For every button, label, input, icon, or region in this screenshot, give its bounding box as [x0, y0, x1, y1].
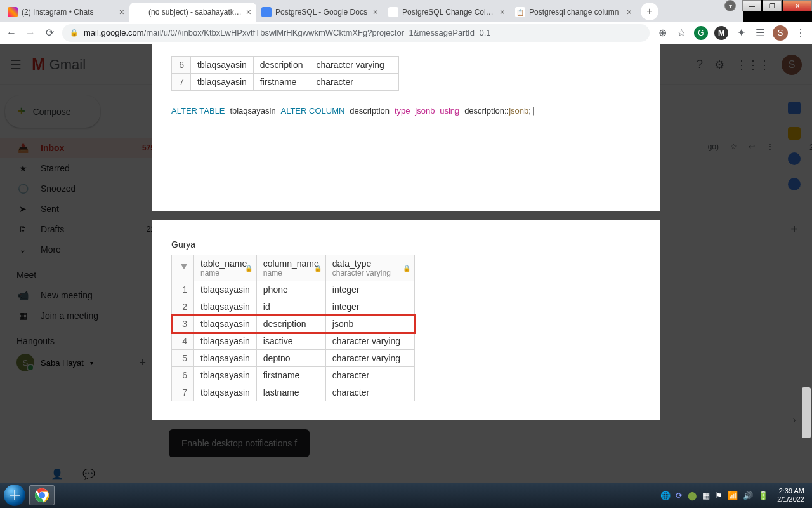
col-column-name[interactable]: column_namename🔒	[256, 255, 325, 281]
tab-close-icon[interactable]: ×	[119, 7, 124, 17]
image-panel-2: Gurya table_namename🔒 column_namename🔒 d…	[152, 220, 660, 420]
browser-tab[interactable]: 📋Postgresql change column×	[510, 3, 637, 22]
table-row: 1tblaqsayasinphoneinteger	[172, 281, 415, 298]
lock-icon: 🔒	[403, 265, 410, 272]
favicon	[8, 7, 18, 17]
profile-avatar[interactable]: S	[773, 25, 788, 41]
favicon: 📋	[515, 7, 525, 17]
table-row: 7tblaqsayasinfirstnamecharacter	[172, 74, 399, 91]
nav-back-icon[interactable]: ←	[5, 27, 18, 39]
col-table-name[interactable]: table_namename🔒	[194, 255, 257, 281]
bookmark-star-icon[interactable]: ☆	[675, 27, 688, 39]
tray-shield-icon[interactable]: ⬤	[688, 491, 697, 500]
table-row: 7tblaqsayasinlastnamecharacter	[172, 384, 415, 401]
tab-title: PostgreSQL - Google Docs	[275, 8, 369, 17]
start-button[interactable]	[4, 485, 25, 506]
tray-globe-icon[interactable]: 🌐	[660, 491, 671, 500]
window-maximize[interactable]: ❐	[763, 0, 782, 11]
tab-close-icon[interactable]: ×	[500, 7, 505, 17]
system-clock[interactable]: 2:39 AM2/1/2022	[777, 487, 804, 504]
browser-tab[interactable]: ◐PostgreSQL Change Colum×	[383, 3, 510, 22]
favicon: ◐	[388, 7, 398, 17]
reading-list-icon[interactable]: ☰	[754, 27, 766, 39]
table-row: 6tblaqsayasindescriptioncharacter varyin…	[172, 57, 399, 74]
favicon	[261, 7, 272, 17]
window-close[interactable]: ✕	[783, 0, 812, 11]
lock-icon: 🔒	[245, 265, 252, 272]
col-data-type[interactable]: data_typecharacter varying🔒	[325, 255, 414, 281]
tab-close-icon[interactable]: ×	[246, 7, 251, 17]
browser-tab[interactable]: PostgreSQL - Google Docs×	[256, 3, 383, 22]
tab-title: (2) Instagram • Chats	[22, 8, 115, 17]
sort-icon[interactable]	[181, 264, 187, 269]
tab-title: Postgresql change column	[529, 8, 623, 17]
tray-flag-icon[interactable]: ⚑	[715, 491, 723, 500]
attachment-lightbox: 6tblaqsayasindescriptioncharacter varyin…	[0, 44, 812, 483]
url-path: /mail/u/0/#inbox/KtbxLwHPxvtfTbswlMrHKgw…	[144, 28, 491, 37]
table-row: 2tblaqsayasinidinteger	[172, 298, 415, 316]
browser-tab-strip: (2) Instagram • Chats×M(no subject) - sa…	[0, 0, 743, 22]
windows-taskbar: 🌐 ⟳ ⬤ ▦ ⚑ 📶 🔊 🔋 2:39 AM2/1/2022	[0, 483, 812, 508]
window-minimize[interactable]: —	[742, 0, 761, 11]
install-app-icon[interactable]: ⊕	[656, 27, 669, 39]
image-panel-1: 6tblaqsayasindescriptioncharacter varyin…	[152, 44, 660, 211]
svg-point-1	[39, 492, 45, 498]
result-table: table_namename🔒 column_namename🔒 data_ty…	[171, 255, 415, 401]
table-row: 5tblaqsayasindeptnocharacter varying	[172, 350, 415, 367]
nav-reload-icon[interactable]: ⟳	[43, 27, 56, 39]
url-host: mail.google.com	[84, 28, 144, 37]
lock-icon: 🔒	[70, 29, 79, 37]
address-bar[interactable]: 🔒 mail.google.com/mail/u/0/#inbox/KtbxLw…	[62, 24, 650, 42]
tab-close-icon[interactable]: ×	[373, 7, 378, 17]
lightbox-scrollbar[interactable]	[802, 387, 811, 438]
table-row: 6tblaqsayasinfirstnamecharacter	[172, 367, 415, 384]
tray-network-icon[interactable]: 📶	[728, 491, 738, 500]
section-label: Gurya	[171, 239, 641, 250]
tab-close-icon[interactable]: ×	[627, 7, 632, 17]
favicon: M	[134, 7, 145, 17]
browser-toolbar: ← → ⟳ 🔒 mail.google.com/mail/u/0/#inbox/…	[0, 22, 812, 44]
new-tab-button[interactable]: +	[641, 3, 658, 20]
tray-battery-icon[interactable]: 🔋	[758, 491, 768, 500]
chrome-user-icon[interactable]: ▾	[724, 0, 736, 11]
table-row: 3tblaqsayasindescriptionjsonb	[172, 316, 415, 333]
table-row: 4tblaqsayasinisactivecharacter varying	[172, 333, 415, 350]
sql-statement: ALTER TABLE tblaqsayasin ALTER COLUMN de…	[171, 106, 641, 116]
browser-tab[interactable]: M(no subject) - sabahayatkha×	[129, 3, 256, 22]
tray-volume-icon[interactable]: 🔊	[743, 491, 753, 500]
tab-title: PostgreSQL Change Colum	[402, 8, 496, 17]
tray-app-icon[interactable]: ▦	[702, 491, 710, 500]
extensions-icon[interactable]: ✦	[735, 27, 747, 39]
extension-m-icon[interactable]: M	[714, 26, 728, 40]
lock-icon: 🔒	[314, 265, 322, 272]
tray-sync-icon[interactable]: ⟳	[676, 491, 683, 500]
browser-tab[interactable]: (2) Instagram • Chats×	[3, 3, 129, 22]
chrome-menu-icon[interactable]: ⋮	[794, 27, 807, 39]
extension-grammarly-icon[interactable]: G	[694, 26, 708, 40]
taskbar-chrome[interactable]	[29, 485, 55, 505]
nav-forward-icon[interactable]: →	[24, 27, 37, 39]
tab-title: (no subject) - sabahayatkha	[148, 8, 242, 17]
